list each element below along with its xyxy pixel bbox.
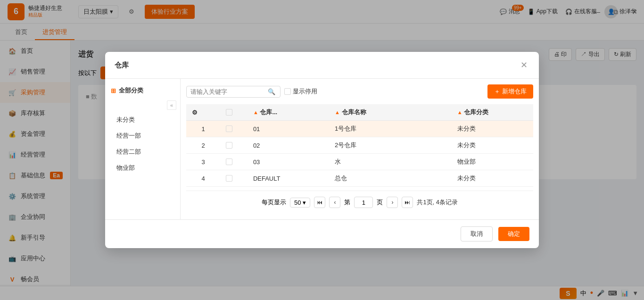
all-categories-label: 全部分类: [119, 86, 143, 95]
cell-category: 未分类: [452, 137, 533, 154]
modal-title: 仓库: [115, 61, 129, 70]
category-unclassified[interactable]: 未分类: [105, 112, 180, 128]
page-prev-button[interactable]: ‹: [329, 197, 340, 208]
confirm-button[interactable]: 确定: [498, 227, 529, 241]
cell-category: 未分类: [452, 121, 533, 137]
search-wrap: 🔍: [186, 86, 281, 98]
cell-code: 01: [248, 121, 329, 137]
cell-seq: 3: [186, 154, 220, 170]
cell-seq: 2: [186, 137, 220, 154]
row-checkbox[interactable]: [226, 175, 232, 182]
cell-check: [220, 154, 248, 170]
modal-body: ⊞ 全部分类 « 未分类 经营一部 经营二部 物业部 🔍: [105, 79, 539, 219]
category-sidebar: ⊞ 全部分类 « 未分类 经营一部 经营二部 物业部: [105, 79, 181, 219]
sort-icon-cat: ▲: [457, 109, 462, 115]
table-row[interactable]: 2 02 2号仓库 未分类: [186, 137, 533, 154]
table-row[interactable]: 1 01 1号仓库 未分类: [186, 121, 533, 137]
page-last-button[interactable]: ⏭: [402, 197, 413, 208]
cell-code: 03: [248, 154, 329, 170]
cell-seq: 1: [186, 121, 220, 137]
table-row[interactable]: 3 03 水 物业部: [186, 154, 533, 170]
search-icon: 🔍: [268, 88, 275, 95]
category-ops2[interactable]: 经营二部: [105, 144, 180, 160]
th-setting: ⚙: [186, 104, 220, 121]
category-ops1[interactable]: 经营一部: [105, 128, 180, 144]
table-row[interactable]: 4 DEFAULT 总仓 未分类: [186, 170, 533, 187]
select-all-checkbox[interactable]: [226, 109, 232, 116]
cell-name: 1号仓库: [329, 121, 452, 137]
page-label2: 页: [377, 198, 383, 207]
page-next-button[interactable]: ›: [387, 197, 398, 208]
all-categories[interactable]: ⊞ 全部分类: [105, 83, 180, 99]
cell-name: 2号仓库: [329, 137, 452, 154]
cell-name: 水: [329, 154, 452, 170]
chevron-down-page: ▾: [303, 199, 306, 206]
page-size-value: 50: [294, 199, 301, 206]
cell-name: 总仓: [329, 170, 452, 187]
table-header-row: ⚙ ▲ 仓库... ▲ 仓库名称: [186, 104, 533, 121]
modal-toolbar: 🔍 显示停用 ＋ 新增仓库: [186, 84, 533, 99]
cell-check: [220, 121, 248, 137]
cell-category: 物业部: [452, 154, 533, 170]
show-disabled-checkbox[interactable]: [284, 88, 291, 95]
show-disabled-label: 显示停用: [293, 87, 317, 96]
th-code: ▲ 仓库...: [248, 104, 329, 121]
add-warehouse-button[interactable]: ＋ 新增仓库: [487, 84, 533, 99]
row-checkbox[interactable]: [226, 125, 232, 132]
page-first-button[interactable]: ⏮: [314, 197, 325, 208]
collapse-icon[interactable]: «: [167, 100, 176, 110]
modal-main: 🔍 显示停用 ＋ 新增仓库 ⚙: [181, 79, 539, 219]
th-name: ▲ 仓库名称: [329, 104, 452, 121]
warehouse-modal: 仓库 ✕ ⊞ 全部分类 « 未分类 经营一部 经营二部 物业部: [105, 52, 539, 248]
cell-seq: 4: [186, 170, 220, 187]
cell-check: [220, 137, 248, 154]
modal-header: 仓库 ✕: [105, 52, 539, 79]
pagination: 每页显示 50 ▾ ⏮ ‹ 第 页 › ⏭ 共1页, 4条记录: [186, 191, 533, 214]
cell-code: 02: [248, 137, 329, 154]
table-body: 1 01 1号仓库 未分类 2: [186, 121, 533, 187]
page-size-selector[interactable]: 50 ▾: [290, 198, 310, 208]
sort-icon-name: ▲: [335, 109, 340, 115]
grid-icon: ⊞: [111, 87, 116, 94]
page-total-info: 共1页, 4条记录: [417, 198, 458, 207]
page-number-input[interactable]: [354, 197, 373, 208]
page-label: 第: [344, 198, 350, 207]
table-container: ⚙ ▲ 仓库... ▲ 仓库名称: [186, 104, 533, 187]
table-head: ⚙ ▲ 仓库... ▲ 仓库名称: [186, 104, 533, 121]
th-category: ▲ 仓库分类: [452, 104, 533, 121]
cell-check: [220, 170, 248, 187]
modal-footer: 取消 确定: [105, 219, 539, 248]
search-input[interactable]: [190, 88, 266, 95]
category-property[interactable]: 物业部: [105, 160, 180, 176]
modal-overlay[interactable]: 仓库 ✕ ⊞ 全部分类 « 未分类 经营一部 经营二部 物业部: [0, 0, 644, 300]
page-size-label: 每页显示: [262, 198, 286, 207]
cancel-button[interactable]: 取消: [461, 226, 493, 242]
warehouse-table: ⚙ ▲ 仓库... ▲ 仓库名称: [186, 104, 533, 187]
cell-code: DEFAULT: [248, 170, 329, 187]
row-checkbox[interactable]: [226, 158, 232, 165]
cell-category: 未分类: [452, 170, 533, 187]
row-checkbox[interactable]: [226, 142, 232, 149]
sort-icon-code: ▲: [253, 109, 258, 115]
th-check: [220, 104, 248, 121]
show-disabled-wrap: 显示停用: [284, 87, 317, 96]
modal-close-button[interactable]: ✕: [518, 59, 529, 71]
